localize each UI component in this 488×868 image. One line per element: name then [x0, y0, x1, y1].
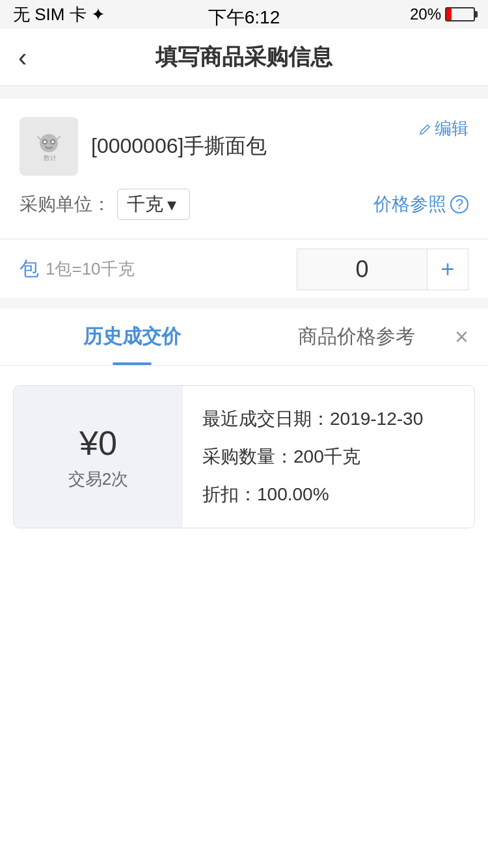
- product-info-left: 数计 [0000006]手撕面包: [20, 117, 267, 176]
- tab-product-price-reference-label: 商品价格参考: [298, 323, 415, 350]
- tabs-header: 历史成交价 商品价格参考 ×: [0, 308, 488, 366]
- recent-date-row: 最近成交日期：2019-12-30: [202, 405, 455, 433]
- quantity-input[interactable]: [297, 249, 427, 290]
- back-button[interactable]: ‹: [18, 44, 27, 70]
- purchase-quantity-value: 200千克: [293, 446, 360, 467]
- status-network: 无 SIM 卡 ✦: [13, 3, 105, 26]
- recent-date-value: 2019-12-30: [330, 409, 423, 429]
- purchase-quantity-label: 采购数量：: [202, 446, 293, 467]
- discount-row: 折扣：100.00%: [202, 481, 455, 508]
- tabs-section: 历史成交价 商品价格参考 × ¥0 交易2次 最近成交日期：2019-12-30…: [0, 308, 488, 868]
- status-bar: 无 SIM 卡 ✦ 下午6:12 20%: [0, 0, 488, 29]
- edit-button[interactable]: 编辑: [419, 117, 468, 140]
- price-ref-label: 价格参照: [373, 192, 446, 217]
- product-image-placeholder: 数计: [33, 130, 65, 163]
- edit-label: 编辑: [435, 117, 468, 140]
- product-bottom-row: 采购单位： 千克 ▾ 价格参照 ?: [20, 189, 468, 220]
- discount-label: 折扣：: [202, 484, 257, 504]
- discount-value: 100.00%: [257, 484, 329, 504]
- battery-fill: [446, 8, 452, 20]
- product-top-row: 数计 [0000006]手撕面包 编辑: [20, 117, 468, 176]
- svg-text:数计: 数计: [44, 154, 57, 161]
- unit-select-dropdown[interactable]: 千克 ▾: [117, 189, 190, 220]
- tab-product-price-reference[interactable]: 商品价格参考: [244, 308, 468, 365]
- svg-point-3: [44, 141, 46, 143]
- status-battery-text: 20%: [410, 5, 441, 23]
- unit-section: 采购单位： 千克 ▾: [20, 189, 190, 220]
- nav-bar: ‹ 填写商品采购信息: [0, 29, 488, 86]
- dropdown-arrow-icon: ▾: [167, 194, 176, 215]
- price-reference-button[interactable]: 价格参照 ?: [373, 192, 468, 217]
- status-right-group: 20%: [410, 5, 475, 23]
- history-price-value: ¥0: [79, 424, 117, 463]
- unit-box-label: 包: [20, 256, 39, 282]
- tab-close-button[interactable]: ×: [455, 325, 468, 349]
- product-name: [0000006]手撕面包: [91, 132, 267, 161]
- quantity-input-wrap: +: [297, 249, 468, 290]
- svg-point-4: [51, 141, 54, 143]
- status-time: 下午6:12: [208, 5, 280, 30]
- history-card: ¥0 交易2次 最近成交日期：2019-12-30 采购数量：200千克 折扣：…: [13, 385, 475, 528]
- history-card-right: 最近成交日期：2019-12-30 采购数量：200千克 折扣：100.00%: [183, 386, 474, 528]
- help-icon: ?: [450, 195, 468, 213]
- edit-icon: [419, 122, 432, 135]
- product-card: 数计 [0000006]手撕面包 编辑 采购单位： 千克 ▾ 价格参照 ?: [0, 99, 488, 238]
- quantity-unit-info: 包 1包=10千克: [20, 256, 135, 282]
- quantity-plus-button[interactable]: +: [427, 249, 468, 290]
- unit-convert-label: 1包=10千克: [46, 258, 135, 280]
- recent-date-label: 最近成交日期：: [202, 409, 330, 429]
- purchase-quantity-row: 采购数量：200千克: [202, 443, 455, 470]
- unit-value: 千克: [127, 192, 163, 217]
- history-card-left: ¥0 交易2次: [14, 386, 183, 528]
- unit-label: 采购单位：: [20, 192, 111, 217]
- tab-history-price[interactable]: 历史成交价: [20, 308, 244, 365]
- tab-history-price-label: 历史成交价: [83, 323, 181, 350]
- page-title: 填写商品采购信息: [156, 42, 332, 72]
- quantity-row: 包 1包=10千克 +: [0, 239, 488, 298]
- product-thumbnail: 数计: [20, 117, 78, 176]
- history-transactions-label: 交易2次: [68, 468, 128, 491]
- main-content-area: [0, 548, 488, 868]
- battery-icon: [445, 7, 475, 21]
- svg-point-0: [40, 134, 58, 152]
